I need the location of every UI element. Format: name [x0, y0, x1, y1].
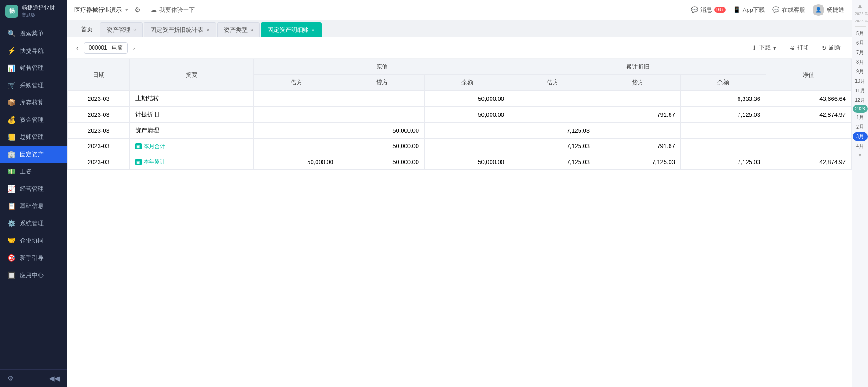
cell-dep-debit-4: 7,125.03: [510, 154, 595, 170]
print-button[interactable]: 🖨 打印: [785, 42, 813, 54]
scroll-month-3[interactable]: 3月: [853, 132, 868, 141]
sidebar-logo: 畅 畅捷通好业财 普及版: [0, 0, 67, 23]
download-button[interactable]: ⬇ 下载 ▾: [748, 42, 780, 54]
cell-net-2: [766, 123, 851, 139]
company-name: 医疗器械行业演示: [74, 6, 122, 14]
sidebar-item-ledger[interactable]: 📒 总账管理: [0, 129, 67, 146]
table-row: 2023-03 计提折旧 50,000.00 791.67 7,125.03 4…: [68, 107, 852, 123]
tab-asset-ledger-close[interactable]: ×: [312, 27, 314, 33]
scroll-year-2023[interactable]: 2023: [853, 105, 868, 113]
sidebar-item-system[interactable]: ⚙️ 系统管理: [0, 215, 67, 232]
yearly-icon: ▣: [135, 159, 142, 165]
tab-home-label: 首页: [81, 25, 93, 34]
experience-label: 我要体验一下: [159, 6, 195, 14]
sidebar-label-sales: 销售管理: [20, 64, 44, 72]
scroll-month-11[interactable]: 11月: [853, 86, 868, 95]
experience-button[interactable]: ☁ 我要体验一下: [146, 4, 199, 16]
cell-net-3: [766, 139, 851, 154]
sidebar-item-cooperation[interactable]: 🤝 企业协同: [0, 232, 67, 249]
sidebar-bottom: ⚙ ◀◀: [0, 369, 67, 387]
cell-orig-balance-2: [425, 123, 510, 139]
nav-next-arrow[interactable]: ›: [131, 43, 137, 52]
cell-dep-credit-1: 791.67: [595, 107, 681, 123]
scroll-down-arrow[interactable]: ▼: [858, 152, 863, 158]
scroll-month-1[interactable]: 1月: [853, 113, 868, 122]
th-orig-credit: 贷方: [339, 75, 425, 91]
scroll-month-6[interactable]: 6月: [853, 38, 868, 48]
scroll-top-year-2: 2023.03: [853, 17, 868, 25]
company-selector[interactable]: 医疗器械行业演示 ▼: [74, 6, 129, 14]
sidebar-item-inventory[interactable]: 📦 库存核算: [0, 94, 67, 111]
tab-home[interactable]: 首页: [74, 22, 99, 37]
sidebar-item-app-center[interactable]: 🔲 应用中心: [0, 267, 67, 284]
scroll-up-arrow[interactable]: ▲: [858, 3, 863, 9]
asset-name: 电脑: [112, 45, 123, 51]
scroll-month-4[interactable]: 4月: [853, 141, 868, 151]
tab-asset-ledger[interactable]: 固定资产明细账 ×: [261, 22, 321, 37]
sidebar-item-base-info[interactable]: 📋 基础信息: [0, 198, 67, 215]
sidebar-item-funds[interactable]: 💰 资金管理: [0, 111, 67, 129]
messages-label: 消息: [700, 6, 712, 14]
asset-tag: 000001 电脑: [84, 42, 128, 54]
scroll-month-9[interactable]: 9月: [853, 67, 868, 76]
cell-net-1: 42,874.97: [766, 107, 851, 123]
refresh-button[interactable]: ↻ 刷新: [818, 42, 844, 54]
settings-bottom-icon[interactable]: ⚙: [7, 374, 13, 382]
th-date: 日期: [68, 59, 130, 91]
download-arrow: ▾: [773, 45, 776, 51]
tab-assets[interactable]: 资产管理 ×: [100, 22, 143, 37]
fixed-assets-icon: 🏢: [7, 150, 15, 159]
messages-action[interactable]: 💬 消息 99+: [691, 6, 726, 14]
cell-dep-credit-4: 7,125.03: [595, 154, 681, 170]
download-label: 下载: [759, 44, 771, 52]
sidebar-label-fixed-assets: 固定资产: [20, 150, 44, 159]
th-dep-debit: 借方: [510, 75, 595, 91]
sidebar-item-payroll[interactable]: 💵 工资: [0, 163, 67, 180]
tab-depreciation-label: 固定资产折旧统计表: [150, 26, 203, 34]
sidebar-label-payroll: 工资: [20, 168, 32, 176]
scroll-month-7[interactable]: 7月: [853, 48, 868, 57]
scroll-month-12[interactable]: 12月: [853, 95, 868, 105]
cell-date-4: 2023-03: [68, 154, 130, 170]
tab-depreciation[interactable]: 固定资产折旧统计表 ×: [144, 22, 216, 37]
tab-asset-type-close[interactable]: ×: [250, 27, 253, 33]
sidebar-item-sales[interactable]: 📊 销售管理: [0, 60, 67, 77]
app-download-action[interactable]: 📱 App下载: [733, 6, 765, 14]
sidebar-item-fixed-assets[interactable]: 🏢 固定资产: [0, 146, 67, 163]
scroll-month-5[interactable]: 5月: [853, 29, 868, 38]
cell-summary-4: ▣ 本年累计: [129, 154, 253, 170]
sidebar-label-quick-nav: 快捷导航: [20, 47, 44, 55]
sales-icon: 📊: [7, 64, 15, 72]
sidebar-item-guide[interactable]: 🎯 新手引导: [0, 249, 67, 267]
sidebar-item-operations[interactable]: 📈 经营管理: [0, 180, 67, 198]
sidebar-item-purchase[interactable]: 🛒 采购管理: [0, 77, 67, 94]
tab-assets-close[interactable]: ×: [133, 27, 136, 33]
scroll-month-8[interactable]: 8月: [853, 57, 868, 67]
th-summary: 摘要: [129, 59, 253, 91]
inventory-icon: 📦: [7, 99, 15, 107]
cloud-icon: ☁: [151, 6, 157, 13]
logo-icon: 畅: [5, 5, 18, 18]
main-area: 医疗器械行业演示 ▼ ⚙ ☁ 我要体验一下 💬 消息 99+ 📱 App下载 💬…: [67, 0, 852, 387]
cell-dep-balance-0: 6,333.36: [680, 91, 766, 107]
message-icon: 💬: [691, 6, 698, 13]
online-service-action[interactable]: 💬 在线客服: [772, 6, 805, 14]
sidebar-item-quick-nav[interactable]: ⚡ 快捷导航: [0, 42, 67, 60]
nav-prev-arrow[interactable]: ‹: [74, 43, 80, 52]
collapse-sidebar-icon[interactable]: ◀◀: [49, 374, 60, 382]
sidebar-item-search[interactable]: 🔍 搜索菜单: [0, 25, 67, 42]
tab-asset-ledger-label: 固定资产明细账: [268, 26, 309, 34]
print-icon: 🖨: [789, 45, 795, 51]
cell-dep-balance-4: 7,125.03: [680, 154, 766, 170]
tab-asset-type[interactable]: 资产类型 ×: [217, 22, 260, 37]
scroll-month-10[interactable]: 10月: [853, 76, 868, 86]
sidebar-label-ledger: 总账管理: [20, 133, 44, 141]
topbar: 医疗器械行业演示 ▼ ⚙ ☁ 我要体验一下 💬 消息 99+ 📱 App下载 💬…: [67, 0, 852, 20]
user-action[interactable]: 👤 畅捷通: [813, 4, 844, 16]
scroll-month-2[interactable]: 2月: [853, 122, 868, 132]
tab-depreciation-close[interactable]: ×: [206, 27, 209, 33]
refresh-label: 刷新: [829, 44, 841, 52]
company-settings-icon[interactable]: ⚙: [134, 5, 141, 14]
service-icon: 💬: [772, 6, 779, 13]
sidebar-label-system: 系统管理: [20, 219, 44, 228]
